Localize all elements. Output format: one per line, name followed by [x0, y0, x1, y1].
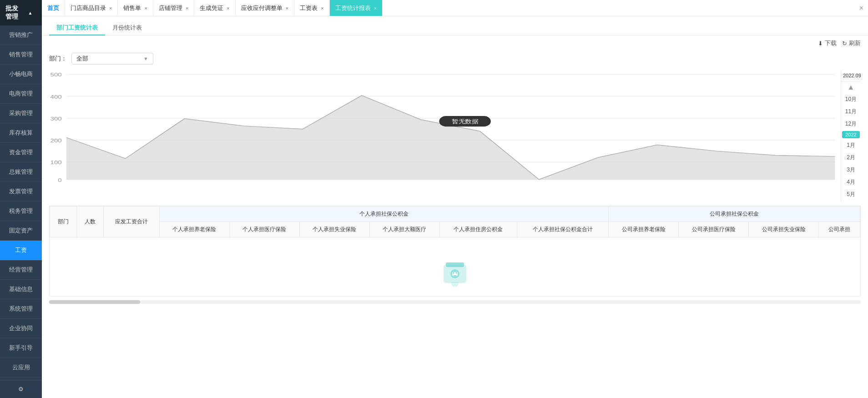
tab-销售单[interactable]: 销售单×: [118, 0, 153, 16]
col-公司承担养老保险: 公司承担养老保险: [609, 222, 679, 237]
sidebar-item-工资[interactable]: 工资: [0, 241, 42, 260]
svg-marker-12: [66, 96, 835, 180]
year-marker[interactable]: 2022: [842, 131, 860, 138]
tab-close-icon[interactable]: ×: [109, 5, 112, 11]
month-2月[interactable]: 2月: [846, 151, 856, 164]
year-display[interactable]: 2022.09: [841, 70, 861, 81]
tab-应收应付调整单[interactable]: 应收应付调整单×: [236, 0, 294, 16]
month-3月[interactable]: 3月: [846, 164, 856, 176]
gear-icon: ⚙: [18, 386, 24, 393]
filter-label: 部门：: [49, 55, 67, 63]
table-subheader-row: 个人承担养老保险个人承担医疗保险个人承担失业保险个人承担大额医疗个人承担住房公积…: [50, 222, 860, 237]
department-select[interactable]: 全部 ▼: [71, 53, 153, 65]
subtab-bar: 部门工资统计表月份统计表: [42, 16, 868, 35]
svg-text:0: 0: [58, 177, 61, 183]
tab-门店商品目录[interactable]: 门店商品目录×: [65, 0, 118, 16]
subtab-月份统计表[interactable]: 月份统计表: [105, 21, 149, 35]
tab-工资统计报表[interactable]: 工资统计报表×: [330, 0, 383, 16]
toolbar: ⬇ 下载 ↻ 刷新: [42, 35, 868, 51]
sidebar-header[interactable]: 批发管理 ▲: [0, 0, 42, 25]
year-panel: 2022.09 ▲ 10月11月12月 2022 1月2月3月4月5月6月7月8…: [841, 70, 861, 202]
tab-close-icon[interactable]: ×: [144, 5, 147, 11]
sidebar-item-营销推广[interactable]: 营销推广: [0, 25, 42, 45]
department-select-value: 全部: [76, 55, 88, 63]
filter-row: 部门： 全部 ▼: [42, 51, 868, 70]
sidebar-item-企业协同[interactable]: 企业协同: [0, 319, 42, 338]
svg-text:400: 400: [50, 94, 62, 100]
svg-point-19: [453, 272, 454, 274]
svg-point-20: [456, 272, 457, 274]
month-6月[interactable]: 6月: [846, 201, 856, 202]
chart-svg: 500 400 300 200 100 0: [49, 70, 841, 188]
month-1月[interactable]: 1月: [846, 139, 856, 151]
months-before: 10月11月12月: [844, 93, 858, 130]
col-公司承担医疗保险: 公司承担医疗保险: [679, 222, 749, 237]
col-个人承担养老保险: 个人承担养老保险: [159, 222, 229, 237]
tab-生成凭证[interactable]: 生成凭证×: [194, 0, 235, 16]
chart-container: 500 400 300 200 100 0: [42, 70, 841, 202]
tab-label: 销售单: [123, 4, 141, 12]
sidebar-title: 批发管理: [2, 5, 21, 21]
tab-工资表[interactable]: 工资表×: [294, 0, 329, 16]
svg-text:200: 200: [50, 138, 62, 144]
sidebar-footer[interactable]: ⚙: [0, 380, 42, 398]
month-12月[interactable]: 12月: [844, 118, 858, 130]
tab-close-icon[interactable]: ×: [321, 5, 323, 11]
col-group-personal: 个人承担社保公积金: [159, 207, 608, 222]
sidebar-item-税务管理[interactable]: 税务管理: [0, 202, 42, 221]
sidebar-item-基础信息[interactable]: 基础信息: [0, 280, 42, 299]
col-count: 人数: [77, 207, 104, 237]
col-个人承担大额医疗: 个人承担大额医疗: [369, 222, 439, 237]
sidebar-item-发票管理[interactable]: 发票管理: [0, 182, 42, 202]
col-公司承担失业保险: 公司承担失业保险: [749, 222, 819, 237]
tab-label: 店铺管理: [159, 4, 182, 12]
sidebar-item-总账管理[interactable]: 总账管理: [0, 162, 42, 182]
col-个人承担社保公积金合计: 个人承担社保公积金合计: [517, 222, 608, 237]
tab-label: 首页: [47, 4, 59, 12]
tab-close-icon[interactable]: ×: [186, 5, 188, 11]
month-11月[interactable]: 11月: [844, 106, 858, 118]
tab-首页[interactable]: 首页: [42, 0, 65, 16]
sidebar-item-销售管理[interactable]: 销售管理: [0, 45, 42, 65]
sidebar: 批发管理 ▲ 营销推广销售管理小畅电商电商管理采购管理库存核算资金管理总账管理发…: [0, 0, 42, 398]
sidebar-item-固定资产[interactable]: 固定资产: [0, 221, 42, 241]
col-公司承担: 公司承担: [819, 222, 860, 237]
year-up-button[interactable]: ▲: [841, 81, 861, 93]
sidebar-item-资金管理[interactable]: 资金管理: [0, 143, 42, 162]
tab-close-icon[interactable]: ×: [286, 5, 288, 11]
tab-label: 应收应付调整单: [241, 4, 283, 12]
subtab-部门工资统计表[interactable]: 部门工资统计表: [49, 21, 105, 35]
sidebar-item-经营管理[interactable]: 经营管理: [0, 260, 42, 280]
month-10月[interactable]: 10月: [844, 93, 858, 106]
svg-marker-21: [450, 282, 459, 287]
sidebar-item-小畅电商[interactable]: 小畅电商: [0, 65, 42, 84]
sidebar-item-系统管理[interactable]: 系统管理: [0, 299, 42, 319]
h-scrollbar-thumb[interactable]: [49, 300, 140, 304]
svg-rect-16: [446, 262, 464, 267]
sidebar-item-新手引导[interactable]: 新手引导: [0, 338, 42, 358]
col-个人承担失业保险: 个人承担失业保险: [299, 222, 369, 237]
months-after: 1月2月3月4月5月6月7月8月9月: [846, 139, 856, 202]
sidebar-item-采购管理[interactable]: 采购管理: [0, 104, 42, 123]
tab-label: 门店商品目录: [71, 4, 106, 12]
tabs-container: 首页门店商品目录×销售单×店铺管理×生成凭证×应收应付调整单×工资表×工资统计报…: [42, 0, 855, 16]
col-total-salary: 应发工资合计: [104, 207, 159, 237]
data-table-section[interactable]: 部门 人数 应发工资合计 个人承担社保公积金 公司承担社保公积金 个人承担养老保…: [49, 206, 861, 297]
refresh-button[interactable]: ↻ 刷新: [842, 39, 861, 47]
h-scrollbar[interactable]: [49, 300, 861, 304]
download-button[interactable]: ⬇ 下载: [818, 39, 837, 47]
sidebar-item-电商管理[interactable]: 电商管理: [0, 84, 42, 104]
empty-state: 暂无数据: [50, 237, 860, 297]
month-4月[interactable]: 4月: [846, 176, 856, 188]
tab-店铺管理[interactable]: 店铺管理×: [153, 0, 194, 16]
month-5月[interactable]: 5月: [846, 188, 856, 201]
close-all-button[interactable]: ×: [855, 4, 868, 12]
tab-bar: 首页门店商品目录×销售单×店铺管理×生成凭证×应收应付调整单×工资表×工资统计报…: [42, 0, 868, 16]
sidebar-items: 营销推广销售管理小畅电商电商管理采购管理库存核算资金管理总账管理发票管理税务管理…: [0, 25, 42, 378]
tab-close-icon[interactable]: ×: [374, 5, 377, 11]
tab-close-icon[interactable]: ×: [227, 5, 229, 11]
sidebar-item-云应用[interactable]: 云应用: [0, 358, 42, 378]
col-dept: 部门: [50, 207, 77, 237]
sidebar-item-库存核算[interactable]: 库存核算: [0, 123, 42, 143]
sidebar-collapse-icon: ▲: [21, 10, 40, 15]
